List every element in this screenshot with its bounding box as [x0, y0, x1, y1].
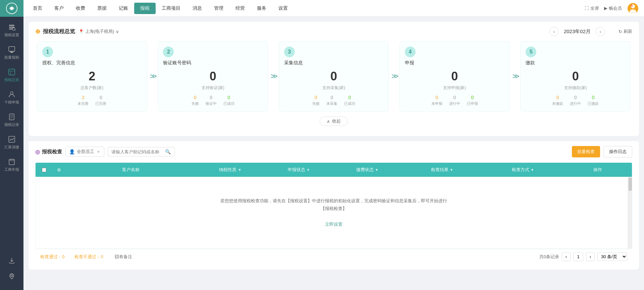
step-2-sub-2-count: 0: [227, 95, 230, 100]
step-2-number: 2: [163, 47, 174, 57]
step-5-sub-1[interactable]: 0 进行中: [570, 95, 581, 106]
step-3-sub-0-count: 0: [315, 95, 317, 100]
col-tax-label: 纳税性质: [219, 167, 236, 173]
next-page-btn[interactable]: ›: [586, 252, 595, 261]
avatar-icon: [627, 2, 639, 14]
step-1-sub-0[interactable]: 2 未完善: [77, 95, 89, 106]
nav-item-business[interactable]: 工商项目: [156, 0, 186, 17]
col-method-label: 检查方式: [512, 167, 529, 173]
collapse-btn[interactable]: ∧ 收起: [320, 117, 348, 126]
step-4-sub-1[interactable]: 0 进行中: [449, 95, 460, 106]
logo: [0, 0, 23, 17]
page-input[interactable]: [573, 252, 583, 261]
fullscreen-btn[interactable]: ⛶ 全屏: [585, 5, 599, 11]
nav-item-manage[interactable]: 管理: [208, 0, 229, 17]
step-2-count: 0: [163, 69, 263, 83]
sidebar-item-tax-overview[interactable]: 报税总览: [0, 65, 23, 86]
filter-result-icon[interactable]: ▼: [450, 168, 453, 172]
sidebar-item-label: 汇算清缴: [4, 145, 19, 150]
nav-item-home[interactable]: 首页: [27, 0, 48, 17]
search-icon[interactable]: 🔍: [165, 149, 171, 154]
avatar[interactable]: [627, 2, 639, 14]
th-gear[interactable]: ⚙: [52, 163, 66, 177]
settlement-icon: [8, 136, 15, 143]
step-2-sub-1-label: 验证中: [206, 101, 217, 106]
arrow-4: >>: [512, 72, 519, 81]
step-5-number: 5: [526, 47, 536, 57]
setup-link[interactable]: 立即设置: [325, 220, 342, 228]
sidebar-item-personal-tax[interactable]: 个税申报: [0, 87, 23, 108]
step-4-sub-0[interactable]: 0 未申报: [431, 95, 442, 106]
staff-select[interactable]: 👤 全部员工 ▼: [65, 147, 104, 157]
flow-step-2: 2 验证账号密码 0 支持验证(家) 0 失败 0 验证中: [158, 41, 268, 112]
nav-item-client[interactable]: 客户: [48, 0, 70, 17]
svg-rect-13: [11, 52, 13, 53]
step-3-sub-1[interactable]: 0 未采集: [326, 95, 337, 106]
per-page-select[interactable]: 30 条/页 50 条/页 100 条/页: [597, 252, 627, 261]
tax-overview-icon: [8, 68, 15, 76]
nav-item-operate[interactable]: 经营: [229, 0, 251, 17]
sidebar-item-tax-record[interactable]: 报税记录: [0, 110, 23, 131]
sidebar-item-batch-tax[interactable]: 批量报税: [0, 43, 23, 63]
step-1-sub-1[interactable]: 0 已完善: [95, 95, 106, 106]
step-2-sub-0-count: 0: [194, 95, 197, 100]
col-pay-label: 缴费状态: [356, 167, 374, 173]
fail-count[interactable]: 0: [101, 254, 103, 259]
filter-method-icon[interactable]: ▼: [531, 168, 534, 172]
step-1-sub: 2 未完善 0 已完善: [42, 95, 142, 106]
collapse-row: ∧ 收起: [35, 117, 632, 126]
step-3-label: 支持采集(家): [284, 85, 384, 91]
operation-log-btn[interactable]: 操作日志: [603, 146, 632, 157]
prev-month-btn[interactable]: ‹: [549, 27, 559, 36]
note-label: 囧有备注: [115, 254, 132, 260]
table-scrollbar[interactable]: [628, 177, 632, 248]
member-btn[interactable]: ▶ 畅会员: [604, 5, 622, 11]
batch-check-btn[interactable]: 批量检查: [572, 146, 600, 157]
nav-item-message[interactable]: 消息: [186, 0, 208, 17]
location-selector[interactable]: 📍 上海(电子税局) ∨: [78, 28, 119, 34]
step-2-sub-2[interactable]: 0 已成功: [223, 95, 234, 106]
svg-line-10: [15, 30, 16, 31]
nav-item-fee[interactable]: 收费: [70, 0, 91, 17]
filter-tax-icon[interactable]: ▼: [238, 168, 241, 172]
step-3-sub-0[interactable]: 0 失败: [312, 95, 320, 106]
nav-item-bill[interactable]: 票据: [91, 0, 113, 17]
refresh-btn[interactable]: ↻ 刷新: [619, 28, 632, 34]
sidebar-item-label: 工商年报: [4, 167, 19, 172]
nav-item-tax[interactable]: 报税: [134, 3, 156, 14]
refresh-label: 刷新: [624, 28, 632, 34]
next-month-btn[interactable]: ›: [596, 27, 605, 36]
step-1-label: 总客户数(家): [42, 85, 142, 91]
filter-declare-icon[interactable]: ▼: [307, 168, 310, 172]
search-box: 🔍: [108, 147, 175, 156]
double-arrow-icon-2: >>: [271, 72, 276, 81]
table-footer: 检查通过：0 检查不通过：0 囧有备注 共0条记录 ‹ › 30 条/页 50 …: [35, 249, 632, 265]
nav-item-setting[interactable]: 设置: [272, 0, 294, 17]
flow-step-1: 1 授权、完善信息 2 总客户数(家) 2 未完善 0 已完善: [37, 41, 147, 112]
staff-dropdown-icon: ▼: [96, 149, 101, 154]
sidebar-item-settlement[interactable]: 汇算清缴: [0, 132, 23, 153]
filter-pay-icon[interactable]: ▼: [375, 168, 379, 172]
overview-title-text: 报税流程总览: [43, 28, 75, 35]
step-4-title: 申报: [405, 60, 504, 66]
search-input[interactable]: [111, 149, 165, 154]
step-1-count: 2: [42, 69, 142, 83]
step-2-sub-0[interactable]: 0 失败: [192, 95, 199, 106]
step-5-sub-2[interactable]: 0 已缴款: [588, 95, 599, 106]
nav-item-service[interactable]: 服务: [251, 0, 272, 17]
step-3-sub-2[interactable]: 0 已成功: [344, 95, 355, 106]
nav-item-account[interactable]: 记账: [113, 0, 134, 17]
prev-page-btn[interactable]: ‹: [562, 252, 571, 261]
step-2-sub-1[interactable]: 0 验证中: [206, 95, 217, 106]
pass-count[interactable]: 0: [62, 254, 64, 259]
select-all-checkbox[interactable]: [42, 168, 46, 172]
step-4-sub-0-count: 0: [435, 95, 438, 100]
sidebar-item-tax-settings[interactable]: 报税设置: [0, 20, 23, 41]
sidebar-item-annual-report[interactable]: 工商年报: [0, 155, 23, 175]
step-4-sub-2[interactable]: 0 已申报: [467, 95, 478, 106]
step-5-sub-0[interactable]: 0 未缴款: [552, 95, 563, 106]
sidebar-location[interactable]: [0, 269, 23, 283]
fail-stat: 检查不通过：0: [74, 254, 103, 260]
sidebar-download[interactable]: [0, 253, 23, 268]
step-4-number: 4: [405, 47, 416, 57]
